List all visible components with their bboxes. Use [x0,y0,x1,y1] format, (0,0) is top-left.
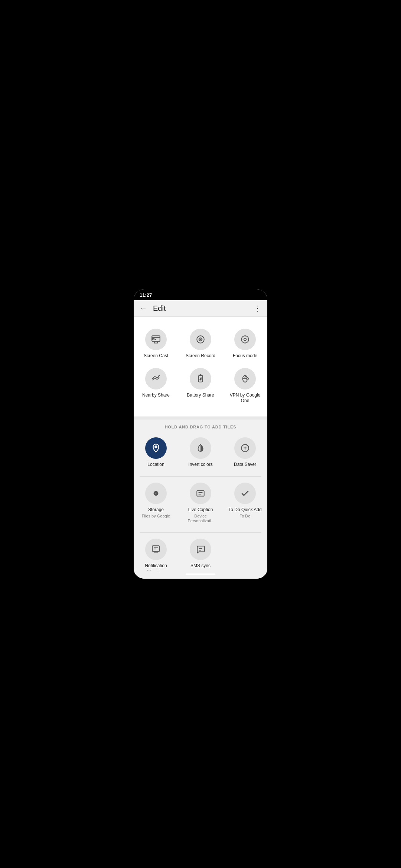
tile-invert-colors[interactable]: Invert colors [178,433,223,472]
tile-data-saver[interactable]: Data Saver [223,433,267,472]
battery-share-label: Battery Share [187,392,214,398]
hold-drag-label: HOLD AND DRAG TO ADD TILES [134,420,267,431]
data-saver-label: Data Saver [234,462,256,468]
svg-point-11 [159,375,160,376]
data-saver-icon [234,437,256,459]
todo-label: To Do Quick Add [228,507,261,513]
tile-screen-cast[interactable]: Screen Cast [134,324,178,364]
screen-record-label: Screen Record [186,353,215,359]
svg-point-10 [152,378,153,379]
notification-mirroring-icon [145,539,167,560]
vpn-icon [234,368,256,389]
tile-todo[interactable]: To Do Quick Add To Do [223,478,267,528]
live-caption-sublabel: Device Personalizati.. [181,514,220,523]
page-title: Edit [153,304,254,313]
storage-label: Storage [148,507,164,513]
invert-colors-label: Invert colors [188,462,212,468]
app-bar: ← Edit ⋮ [134,300,267,317]
scroll-area: Screen Cast Screen Record [134,317,267,571]
storage-icon [145,483,167,504]
vpn-label: VPN by Google One [226,392,264,404]
tile-notification-mirroring[interactable]: Notification Mirroring Pushbullet [134,534,178,571]
svg-point-4 [241,336,249,343]
svg-rect-25 [197,491,204,496]
todo-sublabel: To Do [240,514,251,519]
svg-point-3 [200,339,201,340]
more-options-button[interactable]: ⋮ [254,304,261,313]
status-bar: 11:27 [134,289,267,300]
svg-point-24 [155,493,157,494]
tile-focus-mode[interactable]: Focus mode [223,324,267,364]
clock: 11:27 [140,292,152,298]
inactive-tiles-row1: Location Invert colors [134,431,267,477]
svg-point-5 [244,338,247,341]
tile-sms-sync[interactable]: SMS sync Pushbullet [178,534,223,571]
tile-storage[interactable]: Storage Files by Google [134,478,178,528]
tile-battery-share[interactable]: Battery Share [178,364,223,408]
nearby-share-icon [145,368,167,389]
screen-record-icon [190,329,211,350]
live-caption-icon [190,483,211,504]
inactive-tiles-section: HOLD AND DRAG TO ADD TILES Location [134,420,267,571]
invert-colors-icon [190,437,211,459]
sms-sync-label: SMS sync [190,563,211,569]
nearby-share-label: Nearby Share [142,392,170,398]
focus-mode-label: Focus mode [233,353,257,359]
sms-sync-icon [190,539,211,560]
tile-empty [223,534,267,571]
active-tiles-grid: Screen Cast Screen Record [134,323,267,413]
location-label: Location [147,462,164,468]
tile-nearby-share[interactable]: Nearby Share [134,364,178,408]
svg-point-19 [155,446,157,448]
inactive-tiles-row3: Notification Mirroring Pushbullet SMS sy… [134,533,267,571]
todo-icon [234,483,256,504]
storage-sublabel: Files by Google [142,514,170,519]
tile-screen-record[interactable]: Screen Record [178,324,223,364]
home-bar [134,571,267,579]
battery-share-icon [190,368,211,389]
location-icon [145,437,167,459]
inactive-tiles-row2: Storage Files by Google Live Caption Dev… [134,477,267,532]
svg-rect-28 [152,546,160,552]
back-button[interactable]: ← [140,304,147,313]
phone-frame: 11:27 ← Edit ⋮ [134,289,267,579]
focus-mode-icon [234,329,256,350]
tile-vpn[interactable]: VPN by Google One [223,364,267,408]
screen-cast-icon [145,329,167,350]
home-indicator [186,573,215,575]
active-tiles-section: Screen Cast Screen Record [134,317,267,416]
tile-live-caption[interactable]: Live Caption Device Personalizati.. [178,478,223,528]
tile-location[interactable]: Location [134,433,178,472]
live-caption-label: Live Caption [188,507,213,513]
svg-point-18 [245,377,247,378]
notification-mirroring-label: Notification Mirroring [137,563,175,571]
screen-cast-label: Screen Cast [144,353,168,359]
